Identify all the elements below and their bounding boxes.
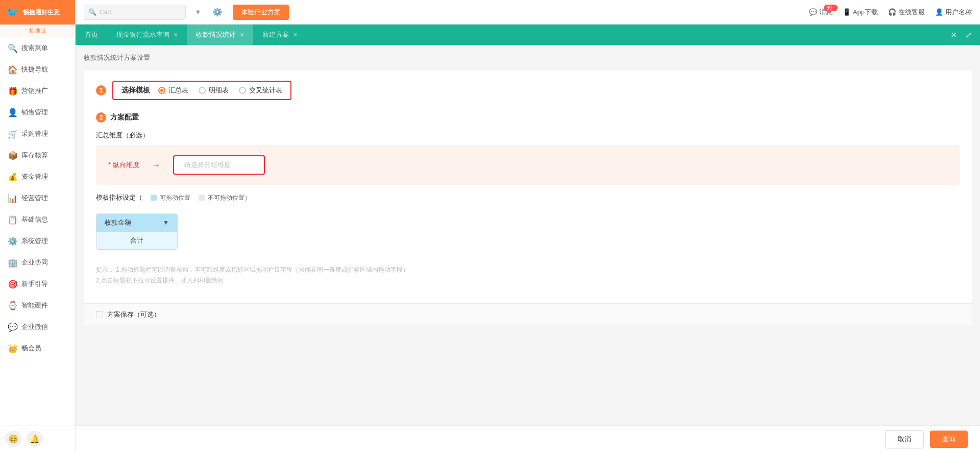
chevron-down-icon: ▼ (163, 219, 169, 226)
tab-payment-stat[interactable]: 收款情况统计 × (187, 25, 253, 45)
tabbar-actions: ✕ ⤢ (948, 28, 980, 42)
inventory-icon: 📦 (8, 151, 17, 160)
radio-detail[interactable]: 明细表 (199, 86, 229, 95)
topbar-user-btn[interactable]: 👤 用户名称 (935, 8, 972, 17)
sidebar-item-label: 畅会员 (21, 344, 41, 353)
content-area: 收款情况统计方案设置 1 选择模板 汇总表 (76, 45, 980, 425)
indicator-table-container: 收款金额 ▼ 合计 (96, 207, 960, 257)
radio-detail-circle (199, 87, 206, 94)
marketing-icon: 🎁 (8, 86, 17, 96)
industry-btn[interactable]: 体验行业方案 (233, 5, 289, 20)
tab-bank-flow-close[interactable]: × (174, 31, 178, 39)
query-button[interactable]: 查询 (930, 431, 968, 448)
save-label: 方案保存（可选） (107, 310, 160, 319)
indicator-cell: 合计 (96, 232, 177, 249)
form-card: 1 选择模板 汇总表 明细表 (84, 70, 972, 303)
purchase-icon: 🛒 (8, 129, 17, 138)
tab-new-plan[interactable]: 新建方案 × (253, 25, 306, 45)
tip-2: 2.点击标题栏下拉可设置排序、插入列和删除列 (96, 276, 960, 285)
sidebar-item-smart-hw[interactable]: ⌚ 智能硬件 (0, 295, 75, 316)
tab-home[interactable]: 首页 (76, 25, 107, 45)
sidebar-bottom-icon1[interactable]: 😊 (5, 431, 21, 447)
sidebar-item-label: 库存核算 (21, 151, 48, 160)
dimension-placeholder: 请选择分组维度 (184, 161, 231, 169)
sidebar-item-operation[interactable]: 📊 经营管理 (0, 187, 75, 209)
user-icon: 👤 (935, 8, 943, 16)
tips-area: 提示： 1.拖动标题栏可以调整布局，不可跨维度或指标区域拖动栏目字段（只能在同一… (96, 266, 960, 285)
sidebar-item-system[interactable]: ⚙️ 系统管理 (0, 230, 75, 252)
tabbar-expand-btn[interactable]: ⤢ (963, 28, 974, 42)
sidebar-item-sales[interactable]: 👤 销售管理 (0, 102, 75, 123)
sidebar-item-inventory[interactable]: 📦 库存核算 (0, 145, 75, 166)
section1-num: 1 (96, 85, 106, 96)
radio-cross[interactable]: 交叉统计表 (239, 86, 282, 95)
indicator-header[interactable]: 收款金额 ▼ (96, 214, 177, 232)
sidebar-item-enterprise[interactable]: 🏢 企业协同 (0, 252, 75, 273)
cancel-button[interactable]: 取消 (885, 430, 924, 448)
sidebar-item-basic-info[interactable]: 📋 基础信息 (0, 209, 75, 230)
dimension-label: 汇总维度（必选） (96, 131, 960, 140)
sidebar-item-quick-nav[interactable]: 🏠 快捷导航 (0, 59, 75, 80)
sidebar-item-search-menu[interactable]: 🔍 搜索菜单 (0, 37, 75, 59)
legend-draggable: 可拖动位置 (151, 194, 190, 202)
page-title: 收款情况统计方案设置 (84, 53, 972, 62)
tip-1: 提示： 1.拖动标题栏可以调整布局，不可跨维度或指标区域拖动栏目字段（只能在同一… (96, 266, 960, 274)
sidebar-item-newbie[interactable]: 🎯 新手引导 (0, 273, 75, 295)
dimension-selector[interactable]: 请选择分组维度 (173, 155, 265, 175)
sidebar-item-label: 经营管理 (21, 194, 48, 203)
smart-hw-icon: ⌚ (8, 301, 17, 310)
logo-icon: 🐦 (6, 6, 19, 18)
user-name-label: 用户名称 (945, 8, 972, 17)
radio-summary[interactable]: 汇总表 (158, 86, 188, 95)
legend-fixed-label: 不可拖动位置） (208, 194, 251, 202)
indicator-label-row: 模板指标设定（ 可拖动位置 不可拖动位置） (96, 193, 960, 202)
tab-payment-stat-label: 收款情况统计 (196, 30, 236, 39)
topbar-service-btn[interactable]: 🎧 在线客服 (888, 8, 925, 17)
dimension-arrow: → (152, 160, 161, 171)
topbar-dropdown-icon[interactable]: ▼ (194, 8, 202, 16)
search-input-display: CaR (100, 9, 112, 16)
topbar-download-btn[interactable]: 📱 App下载 (843, 8, 878, 17)
config-section: 2 方案配置 汇总维度（必选） * 纵向维度 → 请选择分组维度 (96, 112, 960, 285)
sidebar-item-label: 系统管理 (21, 236, 48, 246)
msg-badge: 99+ (824, 5, 838, 11)
main-area: 🔍 CaR ▼ ⚙️ 体验行业方案 💬 消息 99+ 📱 App下载 🎧 在线客… (76, 0, 980, 452)
indicator-header-label: 收款金额 (105, 218, 131, 227)
newbie-icon: 🎯 (8, 279, 17, 289)
tab-bank-flow-label: 现金银行流水查询 (116, 30, 169, 39)
sidebar-item-purchase[interactable]: 🛒 采购管理 (0, 123, 75, 145)
download-icon: 📱 (843, 8, 851, 16)
sidebar-item-member[interactable]: 👑 畅会员 (0, 338, 75, 359)
sidebar-logo: 🐦 畅捷通好生意 (0, 0, 75, 25)
sidebar: 🐦 畅捷通好生意 标准版 🔍 搜索菜单 🏠 快捷导航 🎁 营销推广 👤 销售管理… (0, 0, 76, 452)
radio-detail-label: 明细表 (209, 86, 229, 95)
tab-payment-stat-close[interactable]: × (240, 31, 244, 39)
sales-icon: 👤 (8, 108, 17, 117)
save-checkbox[interactable] (96, 311, 103, 318)
sidebar-item-marketing[interactable]: 🎁 营销推广 (0, 80, 75, 102)
tab-new-plan-close[interactable]: × (293, 31, 297, 39)
logo-badge: 标准版 (29, 28, 46, 34)
sidebar-item-label: 新手引导 (21, 279, 48, 289)
member-icon: 👑 (8, 344, 17, 353)
sidebar-item-wechat[interactable]: 💬 企业微信 (0, 316, 75, 338)
msg-icon: 💬 (809, 8, 817, 16)
sidebar-item-label: 企业微信 (21, 322, 48, 331)
section1-label: 选择模板 (121, 86, 150, 95)
legend-draggable-label: 可拖动位置 (160, 194, 190, 202)
tabbar-close-btn[interactable]: ✕ (948, 28, 959, 42)
tab-bank-flow[interactable]: 现金银行流水查询 × (107, 25, 187, 45)
topbar-right: 💬 消息 99+ 📱 App下载 🎧 在线客服 👤 用户名称 (809, 8, 972, 17)
topbar-gear-icon[interactable]: ⚙️ (210, 5, 225, 19)
indicator-settings: 模板指标设定（ 可拖动位置 不可拖动位置） (96, 193, 960, 257)
sidebar-item-finance[interactable]: 💰 资金管理 (0, 166, 75, 187)
search-menu-icon: 🔍 (8, 43, 17, 53)
operation-icon: 📊 (8, 194, 17, 203)
topbar-search-box[interactable]: 🔍 CaR (84, 5, 186, 20)
enterprise-icon: 🏢 (8, 258, 17, 267)
topbar-msg-btn[interactable]: 💬 消息 99+ (809, 8, 832, 17)
sidebar-bottom-icon2[interactable]: 🔔 (27, 431, 43, 447)
service-icon: 🎧 (888, 8, 896, 16)
sidebar-item-label: 采购管理 (21, 129, 48, 138)
sidebar-item-label: 销售管理 (21, 108, 48, 117)
